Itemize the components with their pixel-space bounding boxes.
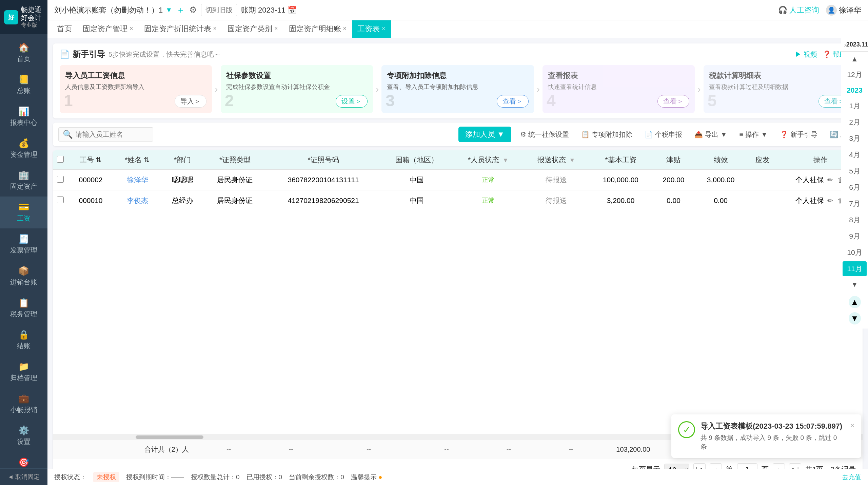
row-2-basic-salary: 3,200.00: [589, 190, 652, 211]
sidebar-item-inventory[interactable]: 📦 进销台账: [0, 260, 47, 292]
sidebar-item-archive-label: 归档管理: [10, 373, 37, 383]
calendar-month-11[interactable]: 11月: [843, 261, 867, 276]
tab-assets-category[interactable]: 固定资产类别 ×: [222, 20, 283, 38]
add-account-button[interactable]: ＋: [176, 4, 185, 16]
guide-video-btn[interactable]: ▶ 视频: [795, 50, 817, 59]
tab-assets-mgmt[interactable]: 固定资产管理 ×: [77, 20, 139, 38]
customer-service-button[interactable]: 🎧 人工咨询: [778, 5, 819, 15]
row-1-action-label[interactable]: 个人社保: [795, 176, 824, 184]
select-all-checkbox[interactable]: [57, 156, 64, 163]
tab-payroll[interactable]: 工资表 ×: [352, 20, 391, 38]
invoices-icon: 🧾: [18, 234, 29, 244]
row-2-checkbox[interactable]: [57, 197, 64, 203]
sidebar-item-assets[interactable]: 🏢 固定资产: [0, 165, 47, 197]
sidebar-item-guide[interactable]: 🎯 新手引导: [0, 452, 47, 468]
account-dropdown-icon[interactable]: ▼: [165, 6, 172, 14]
row-2-submit-badge: 待报送: [546, 197, 567, 204]
sidebar-item-tax-label: 税务管理: [10, 310, 37, 319]
sidebar-item-tax[interactable]: 📋 税务管理: [0, 292, 47, 324]
account-selector[interactable]: 刘小艳演示账套（勿删勿动！）1 ▼: [54, 5, 172, 15]
switch-version-button[interactable]: 切到旧版: [201, 4, 237, 16]
new-guide-btn[interactable]: ❓ 新手引导: [776, 128, 821, 141]
sidebar-item-close-accounts[interactable]: 🔒 结账: [0, 324, 47, 356]
row-2-name-link[interactable]: 李俊杰: [127, 197, 148, 204]
header-submit-status[interactable]: 报送状态 ▼: [523, 150, 589, 170]
sidebar-item-invoices[interactable]: 🧾 发票管理: [0, 228, 47, 260]
toast-title: 导入工资表模板(2023-03-23 15:07:59.897): [701, 421, 845, 431]
sidebar-item-expense[interactable]: 💼 小畅报销: [0, 388, 47, 420]
header-applied: 应发: [746, 150, 778, 170]
calendar-month-4[interactable]: 4月: [841, 147, 868, 163]
tab-assets-category-close[interactable]: ×: [274, 25, 278, 32]
row-1-name-link[interactable]: 徐泽华: [127, 176, 148, 184]
calendar-month-5[interactable]: 5月: [841, 163, 868, 179]
search-input[interactable]: [76, 131, 149, 138]
calendar-prev-year-nav[interactable]: ▲: [841, 52, 868, 67]
tab-assets-mgmt-close[interactable]: ×: [130, 25, 133, 32]
row-1-id-type: 居民身份证: [203, 170, 266, 190]
calendar-icon: 📅: [288, 6, 297, 15]
calendar-next-year-nav[interactable]: ▼: [841, 277, 868, 292]
sidebar-unpin[interactable]: ◄ 取消固定: [0, 468, 47, 485]
add-employee-button[interactable]: 添加人员 ▼: [458, 127, 511, 142]
scroll-thumb[interactable]: [136, 435, 203, 439]
row-2-edit-btn[interactable]: ✏: [826, 197, 834, 204]
calendar-month-7[interactable]: 7月: [841, 195, 868, 212]
sidebar-item-reports-label: 报表中心: [10, 118, 37, 127]
calendar-up-nav[interactable]: ▲: [849, 296, 861, 308]
toast-content: 导入工资表模板(2023-03-23 15:07:59.897) 共 9 条数据…: [701, 421, 845, 451]
sidebar-item-finance[interactable]: 💰 资金管理: [0, 133, 47, 165]
period-selector[interactable]: 账期 2023-11 📅: [241, 5, 297, 15]
toast-close-btn[interactable]: ×: [850, 421, 854, 430]
operations-btn[interactable]: ≡ 操作 ▼: [736, 128, 771, 141]
guide-step-1-btn[interactable]: 导入＞: [175, 95, 206, 108]
calendar-month-8[interactable]: 8月: [841, 212, 868, 228]
calendar-collapse-btn[interactable]: ›: [844, 41, 846, 49]
warning-dot-icon: ●: [378, 473, 382, 481]
calendar-month-12[interactable]: 12月: [841, 67, 868, 83]
go-auth-btn[interactable]: 去充值: [842, 473, 861, 482]
calendar-month-3[interactable]: 3月: [841, 130, 868, 147]
calendar-month-6[interactable]: 6月: [841, 179, 868, 195]
tab-assets-depreciation[interactable]: 固定资产折旧统计表 ×: [139, 20, 222, 38]
row-1-edit-btn[interactable]: ✏: [826, 176, 834, 184]
footer-empty-6: --: [478, 446, 540, 453]
social-security-btn[interactable]: ⚙ 统一社保设置: [517, 128, 572, 141]
deductions-btn[interactable]: 📋 专项附加扣除: [578, 128, 636, 141]
tab-payroll-close[interactable]: ×: [382, 25, 386, 32]
tab-assets-detail[interactable]: 固定资产明细账 ×: [283, 20, 352, 38]
row-2-status: 正常: [453, 190, 523, 211]
calendar-month-10[interactable]: 10月: [841, 244, 868, 261]
header-status[interactable]: *人员状态 ▼: [453, 150, 523, 170]
header-department: *部门: [161, 150, 204, 170]
tax-report-btn[interactable]: 📄 个税申报: [641, 128, 686, 141]
sidebar-item-settings[interactable]: ⚙️ 设置: [0, 420, 47, 452]
user-menu[interactable]: 👤 徐泽华: [826, 5, 861, 16]
sidebar-item-archive[interactable]: 📁 归档管理: [0, 356, 47, 388]
tab-assets-category-label: 固定资产类别: [228, 24, 272, 34]
guide-step-2-btn[interactable]: 设置＞: [336, 95, 368, 108]
sidebar-item-ledger[interactable]: 📒 总账: [0, 69, 47, 101]
sidebar-item-home[interactable]: 🏠 首页: [0, 37, 47, 69]
calendar-month-2[interactable]: 2月: [841, 114, 868, 130]
row-2-action-label[interactable]: 个人社保: [795, 197, 824, 204]
account-settings-button[interactable]: ⚙: [189, 5, 197, 15]
tab-payroll-label: 工资表: [357, 24, 380, 34]
header-employee-id[interactable]: 工号 ⇅: [68, 150, 114, 170]
guide-step-4-btn[interactable]: 查看＞: [657, 95, 689, 108]
sidebar-item-reports[interactable]: 📊 报表中心: [0, 101, 47, 133]
calendar-down-nav[interactable]: ▼: [849, 312, 861, 324]
export-btn[interactable]: 📤 导出 ▼: [691, 128, 731, 141]
tab-assets-detail-close[interactable]: ×: [343, 25, 347, 32]
guide-step-3-btn[interactable]: 查看＞: [497, 95, 529, 108]
row-1-checkbox[interactable]: [57, 176, 64, 183]
calendar-month-1[interactable]: 1月: [841, 98, 868, 114]
tab-assets-depreciation-close[interactable]: ×: [213, 25, 217, 32]
calendar-month-9[interactable]: 9月: [841, 228, 868, 244]
search-box[interactable]: 🔍: [58, 127, 153, 142]
tab-home[interactable]: 首页: [52, 20, 77, 38]
sidebar-item-payroll[interactable]: 💳 工资: [0, 197, 47, 228]
header-name[interactable]: *姓名 ⇅: [114, 150, 161, 170]
guide-step-1-title: 导入员工工资信息: [65, 71, 206, 81]
export-icon: 📤: [694, 130, 703, 138]
